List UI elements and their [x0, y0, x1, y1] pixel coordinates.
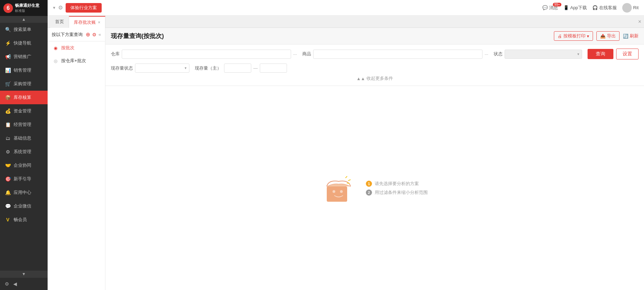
user-profile-btn[interactable]: Rit — [622, 3, 639, 13]
sidebar-item-wechat-label: 企业微信 — [14, 203, 31, 209]
sidebar-item-apps-label: 应用中心 — [14, 189, 31, 196]
sidebar-header: 6 畅康通好生意 标准版 — [0, 0, 48, 16]
sidebar-item-marketing-label: 营销推广 — [14, 54, 31, 60]
svg-point-2 — [340, 190, 343, 193]
sidebar-item-shortcut[interactable]: ⚡ 快捷导航 — [0, 36, 48, 50]
online-service-label: 在线客服 — [599, 5, 617, 11]
stock-status-label: 现存量状态 — [111, 65, 133, 71]
tab-home-label: 首页 — [55, 19, 64, 25]
sidebar-item-newbie[interactable]: 🎯 新手引导 — [0, 172, 48, 186]
sidebar-item-basics[interactable]: 🗂 基础信息 — [0, 131, 48, 145]
export-icon: 📤 — [600, 34, 606, 39]
sidebar-item-wechat[interactable]: 💬 企业微信 — [0, 199, 48, 213]
sidebar-scroll-down[interactable]: ▼ — [0, 271, 48, 277]
sidebar-item-vip[interactable]: V 畅会员 — [0, 213, 48, 226]
stock-status-select[interactable] — [135, 64, 189, 73]
apps-icon: 🔔 — [5, 189, 11, 196]
query-toolbar: 现存量查询(按批次) 🖨 按模板打印 ▾ 📤 导出 🔄 刷新 — [105, 28, 644, 44]
sidebar-scroll-up[interactable]: ▲ — [0, 16, 48, 23]
content-area: 按以下方案查询 ⊕ ⚙ « ◉ 按批次 ◎ 按仓库+批次 现存量查询(按批次) — [48, 28, 644, 290]
sidebar-item-shortcut-label: 快捷导航 — [14, 40, 31, 46]
collapse-filter-btn[interactable]: ▲▲ 收起更多条件 — [356, 75, 393, 81]
operations-icon: 📋 — [5, 122, 11, 128]
refresh-btn[interactable]: 🔄 刷新 — [623, 33, 639, 39]
left-panel-title: 按以下方案查询 — [52, 32, 83, 38]
product-field: 商品 ··· — [302, 50, 488, 59]
sidebar-item-finance[interactable]: 💰 资金管理 — [0, 104, 48, 118]
qty-min-input[interactable] — [224, 64, 251, 73]
right-panel: 现存量查询(按批次) 🖨 按模板打印 ▾ 📤 导出 🔄 刷新 — [105, 28, 644, 290]
add-scheme-btn[interactable]: ⊕ — [86, 31, 90, 38]
app-title-block: 畅康通好生意 标准版 — [15, 3, 39, 13]
warehouse-field: 仓库 ··· — [111, 50, 297, 59]
svg-point-1 — [333, 190, 335, 193]
svg-line-4 — [348, 180, 351, 181]
svg-line-5 — [347, 183, 350, 183]
hint-2-num: 2 — [366, 189, 372, 196]
app-download-btn[interactable]: 📱 App下载 — [563, 5, 587, 11]
sidebar-item-operations[interactable]: 📋 经营管理 — [0, 118, 48, 131]
page-title: 现存量查询(按批次) — [111, 32, 164, 40]
settings-footer-btn[interactable]: ⚙ — [5, 281, 9, 287]
sidebar-item-marketing[interactable]: 📢 营销推广 — [0, 50, 48, 64]
product-input[interactable] — [313, 50, 482, 59]
warehouse-input[interactable] — [122, 50, 291, 59]
avatar — [622, 3, 632, 13]
refresh-btn-label: 刷新 — [630, 33, 639, 39]
tab-inventory-batch-label: 库存批次账 — [74, 19, 96, 25]
collapse-up-icon: ▲▲ — [356, 76, 365, 81]
trial-btn[interactable]: 体验行业方案 — [66, 3, 102, 13]
sidebar-item-sales[interactable]: 📊 销售管理 — [0, 64, 48, 77]
print-btn[interactable]: 🖨 按模板打印 ▾ — [554, 31, 593, 41]
topbar-gear-icon[interactable]: ⚙ — [58, 4, 63, 11]
warehouse-more-btn[interactable]: ··· — [293, 52, 297, 57]
left-panel-actions: ⊕ ⚙ « — [86, 31, 101, 38]
warehouse-label: 仓库 — [111, 51, 120, 57]
sidebar-item-search-label: 搜索菜单 — [14, 26, 31, 33]
tab-home[interactable]: 首页 — [50, 16, 69, 28]
sidebar-item-system-label: 系统管理 — [14, 149, 31, 155]
scheme-batch-label: 按批次 — [61, 45, 74, 51]
topbar-nav-dropdown[interactable]: ▾ — [53, 5, 55, 10]
sidebar-item-search[interactable]: 🔍 搜索菜单 — [0, 23, 48, 36]
sidebar-item-purchase[interactable]: 🛒 采购管理 — [0, 77, 48, 91]
sidebar-item-enterprise[interactable]: 🤝 企业协同 — [0, 159, 48, 172]
collapse-sidebar-btn[interactable]: ◀ — [13, 281, 17, 287]
online-service-btn[interactable]: 🎧 在线客服 — [592, 5, 617, 11]
query-btn[interactable]: 查询 — [588, 49, 613, 59]
tab-inventory-batch-close[interactable]: × — [98, 20, 100, 25]
purchase-icon: 🛒 — [5, 81, 11, 87]
print-dropdown-icon[interactable]: ▾ — [587, 34, 589, 39]
filter-row-2: 现存量状态 现存量（主） — — [111, 64, 639, 73]
filter-settings-btn[interactable]: 设置 — [616, 49, 639, 59]
export-btn[interactable]: 📤 导出 — [596, 31, 620, 41]
scroll-up-btn[interactable]: ▲ — [0, 16, 48, 23]
tab-inventory-batch[interactable]: 库存批次账 × — [69, 16, 105, 28]
scheme-item-warehouse-batch[interactable]: ◎ 按仓库+批次 — [48, 54, 105, 67]
messages-btn[interactable]: 💬 消息 99+ — [542, 5, 558, 11]
status-label: 状态 — [494, 51, 503, 57]
refresh-icon: 🔄 — [623, 34, 628, 39]
scheme-settings-btn[interactable]: ⚙ — [92, 32, 97, 37]
topbar-right: 💬 消息 99+ 📱 App下载 🎧 在线客服 Rit — [542, 3, 639, 13]
hint-1-text: 请先选择要分析的方案 — [375, 181, 419, 187]
sidebar-item-purchase-label: 采购管理 — [14, 81, 31, 87]
left-panel-header: 按以下方案查询 ⊕ ⚙ « — [48, 28, 105, 41]
inventory-icon: 📦 — [5, 94, 11, 101]
scroll-down-btn[interactable]: ▼ — [0, 271, 48, 277]
app-subtitle: 标准版 — [15, 8, 39, 13]
sidebar-item-inventory[interactable]: 📦 库存核算 — [0, 91, 48, 104]
batch-scheme-icon: ◉ — [52, 45, 58, 51]
collapse-left-btn[interactable]: « — [99, 32, 101, 37]
status-select[interactable] — [505, 50, 582, 59]
qty-max-input[interactable] — [260, 64, 287, 73]
app-download-label: App下载 — [570, 5, 587, 11]
sidebar-item-system[interactable]: ⚙ 系统管理 — [0, 145, 48, 159]
sidebar-item-finance-label: 资金管理 — [14, 108, 31, 114]
newbie-icon: 🎯 — [5, 176, 11, 182]
empty-svg — [322, 171, 356, 205]
tabs-close-all-btn[interactable]: × — [638, 19, 641, 25]
product-more-btn[interactable]: ··· — [485, 52, 488, 57]
sidebar-item-apps[interactable]: 🔔 应用中心 — [0, 186, 48, 199]
scheme-item-batch[interactable]: ◉ 按批次 — [48, 41, 105, 54]
